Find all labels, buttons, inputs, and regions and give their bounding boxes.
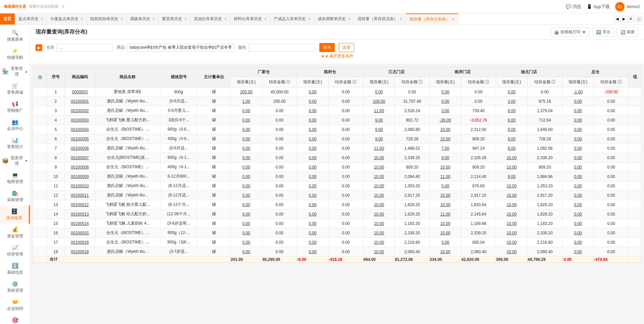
tab-item-0[interactable]: 首页 xyxy=(0,13,15,25)
arrow-up-icon: ▲ xyxy=(25,70,28,73)
tab-close-btn-3[interactable]: ✕ xyxy=(120,17,123,21)
tab-close-btn-4[interactable]: ✕ xyxy=(152,17,155,21)
tabs-close-all-btn[interactable]: ✕ xyxy=(628,16,634,22)
tab-close-btn-7[interactable]: ✕ xyxy=(264,17,267,21)
table-row: 12 00100011 惠氏启赋（Wyeth illu... (6-12月适..… xyxy=(33,191,641,200)
tab-item-4[interactable]: 调拨单历史✕ xyxy=(127,13,159,25)
tab-item-5[interactable]: 要货单历史✕ xyxy=(159,13,191,25)
message-btn[interactable]: 💬 消息 xyxy=(566,4,581,10)
page-title: 现存量查询(库存分布) xyxy=(36,29,88,36)
tab-close-btn-2[interactable]: ✕ xyxy=(80,17,83,21)
table-row: 5 00100004 合生元（BIOSTIME）... 900g（0-6... … xyxy=(33,125,641,134)
app-download-btn[interactable]: 📱 App下载 xyxy=(587,4,610,10)
inventory-table: ⚙️ 序号 商品编码 商品名称 规格型号 主计量单位 厂家仓 陈村仓 江北门店 … xyxy=(33,67,641,263)
col-name-header: 商品名称 xyxy=(95,67,160,87)
tab-label: 首页 xyxy=(3,16,11,22)
tab-item-6[interactable]: 其他出库单历史✕ xyxy=(191,13,230,25)
goods-label: 商品 xyxy=(117,45,125,50)
marketing-icon: 📢 xyxy=(2,101,28,107)
tab-item-11[interactable]: 现存量（库存分布表）✕ xyxy=(406,13,458,25)
tab-label: 现存量（库存分布表） xyxy=(410,16,450,22)
table-row: 1 0000003 爱他美 虑草3段 900g 罐 200.00 40,000.… xyxy=(33,87,641,97)
tabs-next-btn[interactable]: ▶ xyxy=(621,16,627,22)
chevron-down-icon: ▼▼ xyxy=(321,54,329,59)
col-na-amount: 结存金额 ⓘ xyxy=(461,77,496,87)
tab-close-btn-6[interactable]: ✕ xyxy=(224,17,227,21)
table-row: 8 00100007 合生元(BIOSTIME)派... 900g（6-1...… xyxy=(33,153,641,163)
content-area: 现存量查询(库存分布) 🖨️ 按模板打印 ▼ ⬆️ 导出 🔄 刷新 xyxy=(30,25,644,324)
sidebar-item-basics[interactable]: ℹ️ 基础信息 xyxy=(0,260,30,278)
sidebar-item-retail-mgmt[interactable]: 🏪 零售管理 ▲ xyxy=(0,63,30,80)
table-row: 7 00100006 惠氏启赋（Wyeth illu... (0-6月适... … xyxy=(33,144,641,153)
top-bar: 畅捷通好生意 母婴行业演示陈套 ▼ 💬 消息 📱 App下载 Ea demo2 xyxy=(0,0,644,13)
query-btn[interactable]: 查询 xyxy=(319,43,335,52)
sidebar-item-operations[interactable]: 📈 经营管理 xyxy=(0,242,30,260)
tab-close-btn-5[interactable]: ✕ xyxy=(184,17,187,21)
color-search-item: 颜色 xyxy=(238,44,315,52)
tabs-navigation: ◀ ▶ ✕ ⬜ xyxy=(613,16,644,22)
setting-btn[interactable]: 设置 xyxy=(339,43,354,52)
refresh-btn[interactable]: 🔄 刷新 xyxy=(617,28,639,37)
tab-item-3[interactable]: 组装拆卸单历史✕ xyxy=(87,13,127,25)
collab-icon: 🤝 xyxy=(2,299,28,305)
table-row: 11 00100010 惠氏启赋（Wyeth illu... (6-12月适..… xyxy=(33,181,641,191)
retail-mall-icon: 🛒 xyxy=(2,83,28,89)
col-code-header: 商品编码 xyxy=(65,67,95,87)
tab-label: 其他出库单历史 xyxy=(194,16,222,22)
sidebar-item-inventory[interactable]: 🗄️ 库存核算 xyxy=(0,205,30,224)
tab-item-8[interactable]: 产成品入库单历史✕ xyxy=(270,13,314,25)
expand-icon-btn[interactable]: ▶ xyxy=(36,44,42,51)
tab-item-1[interactable]: 盘点单历史✕ xyxy=(15,13,47,25)
sidebar-item-guide[interactable]: 🎯 新手引导 xyxy=(0,314,30,324)
tab-label: 材料出库单历史 xyxy=(234,16,262,22)
sidebar-item-ecommerce[interactable]: 💻 电商管理 xyxy=(0,169,30,187)
col-fw-stock: 现存量(主) xyxy=(230,77,262,87)
sidebar-item-search[interactable]: 🔍 搜索英单 xyxy=(0,27,30,45)
tabs-prev-btn[interactable]: ◀ xyxy=(614,16,620,22)
sidebar-item-retail-mall[interactable]: 🛒 零售商城 xyxy=(0,80,30,98)
sidebar-item-finance[interactable]: 💰 资金管理 xyxy=(0,224,30,242)
sidebar-item-purchase[interactable]: 🛍️ 采购管理 xyxy=(0,187,30,205)
color-label: 颜色 xyxy=(238,45,246,50)
color-input[interactable] xyxy=(248,44,315,52)
print-btn[interactable]: 🖨️ 按模板打印 ▼ xyxy=(550,28,590,37)
sidebar-item-retail-stats[interactable]: 📊 零售统计 xyxy=(0,134,30,152)
col-yb-amount: 结存金额 ⓘ xyxy=(528,77,562,87)
col-nanan-header: 南岸门店 xyxy=(430,67,496,77)
tab-item-7[interactable]: 材料出库单历史✕ xyxy=(230,13,270,25)
table-container[interactable]: ⚙️ 序号 商品编码 商品名称 规格型号 主计量单位 厂家仓 陈村仓 江北门店 … xyxy=(30,64,644,324)
tab-close-btn-1[interactable]: ✕ xyxy=(41,17,43,21)
subtitle-text: 母婴行业演示陈套 xyxy=(29,4,58,9)
tab-item-2[interactable]: 分量盘点单历史✕ xyxy=(47,13,87,25)
tab-close-btn-9[interactable]: ✕ xyxy=(348,17,351,21)
expand-more-btn[interactable]: ▼▼ 展开更多条件 xyxy=(321,53,354,59)
warehouse-input[interactable] xyxy=(56,44,113,52)
wholesale-icon: 📦 xyxy=(2,157,9,164)
col-jiangbei-header: 江北门店 xyxy=(363,67,430,77)
col-unit-header: 主计量单位 xyxy=(197,67,230,87)
table-row: 2 00100001 惠氏启赋（Wyeth illu... (0-6月适... … xyxy=(33,97,641,106)
sidebar-item-wholesale[interactable]: 📦 批发管理 ▼ xyxy=(0,152,30,169)
col-settings[interactable]: ⚙️ xyxy=(33,67,47,87)
refresh-icon: 🔄 xyxy=(621,30,626,35)
goods-input[interactable] xyxy=(127,44,234,52)
total-row: 合计 201.00 40,295.00 -8.00 -416.16 494.00… xyxy=(33,257,641,263)
user-area[interactable]: Ea demo2 xyxy=(615,2,640,11)
tab-item-10[interactable]: 现存量（库存状况表）✕ xyxy=(354,13,406,25)
col-cw-stock: 现存量(主) xyxy=(297,77,328,87)
retail-stats-icon: 📊 xyxy=(2,137,28,143)
sidebar-item-system[interactable]: ⚙️ 系统管理 xyxy=(0,278,30,296)
sidebar-item-shortcuts[interactable]: ⚡ 快捷导航 xyxy=(0,45,30,63)
inventory-icon: 🗄️ xyxy=(2,208,27,215)
warehouse-label: 仓库 xyxy=(46,45,54,50)
sidebar-item-collab[interactable]: 🤝 企业协同 xyxy=(0,296,30,314)
tab-label: 调拨单历史 xyxy=(130,16,150,22)
tab-close-btn-8[interactable]: ✕ xyxy=(308,17,311,21)
export-btn[interactable]: ⬆️ 导出 xyxy=(592,28,614,37)
sidebar-item-marketing[interactable]: 📢 营销推广 xyxy=(0,98,30,116)
tab-close-btn-10[interactable]: ✕ xyxy=(400,17,402,21)
sidebar-item-members[interactable]: 👥 会员中心 xyxy=(0,116,30,134)
tab-close-btn-11[interactable]: ✕ xyxy=(452,17,454,21)
tab-item-9[interactable]: 成本调整单历史✕ xyxy=(314,13,354,25)
tabs-expand-btn[interactable]: ⬜ xyxy=(635,16,643,22)
